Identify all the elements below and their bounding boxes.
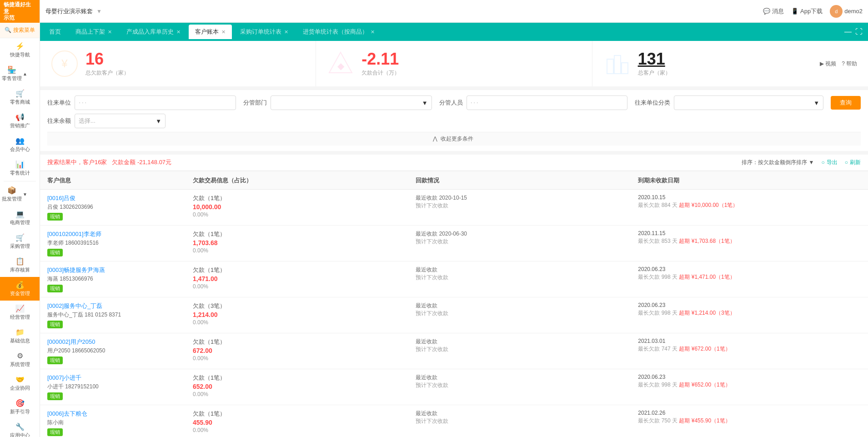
overdue-link[interactable]: 超期 ¥652.00（1笔） [679,382,730,388]
customer-name[interactable]: [0003]畅捷服务尹海蒸 [47,266,193,274]
sidebar-item-guide[interactable]: 🎯 新手引导 [0,395,40,419]
tab-close-production[interactable]: ✕ [176,29,181,35]
sidebar-item-system[interactable]: ⚙ 系统管理 [0,348,40,372]
tab-home[interactable]: 首页 [43,25,67,39]
app-download-btn[interactable]: 📱 App下载 [791,7,823,15]
overdue-link[interactable]: 超期 ¥455.90（1笔） [679,417,730,424]
recovery-info-cell: 最近收款 预计下次收款 [416,302,638,317]
table-row: [0006]去下粮仓 陈小南 现销 欠款（1笔） 455.90 0.00% 最近… [40,405,868,437]
customer-phone: 用户2050 18665062050 [47,347,193,355]
export-btn[interactable]: ○ 导出 [822,159,838,166]
avatar: d [830,5,843,18]
summary-card-debt-total: ◆ -2.11 欠款合计（万） [316,41,592,86]
filter-category-select[interactable]: ▼ [674,95,823,110]
tab-products[interactable]: 商品上下架 ✕ [69,25,118,39]
sidebar-item-member[interactable]: 👥 会员中心 [0,133,40,156]
tab-expand-btn[interactable]: ⛶ [855,28,863,36]
tab-minimize-btn[interactable]: — [844,28,852,36]
nav-icon: 💰 [15,281,25,289]
debt-info-cell: 欠款（1笔） 455.90 0.00% [193,410,416,433]
debt-customer-content: 16 总欠款客户（家） [85,51,129,77]
customer-name[interactable]: [000002]用户2050 [47,338,193,346]
filter-balance-label: 往来余额 [47,117,71,125]
sidebar-item-ecommerce[interactable]: 💻 电商管理 [0,206,40,230]
due-info-cell: 2020.06.23 最长欠款 998 天 超期 ¥1,214.00（3笔） [638,302,861,317]
sidebar-item-apps[interactable]: 🔧 应用中心 [0,419,40,437]
tab-customer-account[interactable]: 客户账本 ✕ [189,25,232,39]
sidebar-item-purchase[interactable]: 🛒 采购管理 [0,230,40,253]
customer-name[interactable]: [0001020001]李老师 [47,230,193,238]
tab-purchase-order[interactable]: 采购订单统计表 ✕ [234,25,295,39]
tab-close-inventory[interactable]: ✕ [371,29,375,35]
message-btn[interactable]: 💬 消息 [763,7,784,15]
sort-select[interactable]: 排序：按欠款金额倒序排序 ▼ [742,159,814,166]
refresh-btn[interactable]: ○ 刷新 [845,159,861,166]
overdue-link[interactable]: 超期 ¥672.00（1笔） [679,346,730,352]
due-info-cell: 2021.03.01 最长欠款 747 天 超期 ¥672.00（1笔） [638,338,861,353]
customer-name[interactable]: [0006]去下粮仓 [47,410,193,418]
customer-name[interactable]: [0002]服务中心_丁磊 [47,302,193,310]
filter-dept-select[interactable]: ▼ [271,95,432,110]
debt-total-label: 欠款合计（万） [361,69,400,77]
tab-close-purchase[interactable]: ✕ [284,29,288,35]
overdue-link[interactable]: 超期 ¥1,471.00（1笔） [679,274,735,280]
tab-bar-actions: — ⛶ [844,28,866,36]
sidebar-item-retail-mgmt[interactable]: 🏪 零售管理 ▲ [0,62,40,85]
debt-info-cell: 欠款（3笔） 1,214.00 0.00% [193,302,416,326]
video-icon: ▶ [820,60,824,67]
nav-icon: 📁 [15,328,25,337]
top-bar-left: 母婴行业演示账套 ▼ [45,7,102,15]
recovery-info-cell: 最近收款2020-06-30 预计下次收款 [416,230,638,246]
nav-icon: 💻 [15,210,25,218]
customer-name[interactable]: [0016]吕俊 [47,194,193,202]
video-btn[interactable]: ▶ 视频 [820,60,836,68]
overdue-link[interactable]: 超期 ¥10,000.00（1笔） [679,202,738,208]
overdue-link[interactable]: 超期 ¥1,214.00（3笔） [679,310,735,316]
filter-vendor-input[interactable]: ··· [75,95,236,110]
sidebar-item-inventory[interactable]: 📋 库存核算 [0,253,40,277]
sidebar-item-enterprise[interactable]: 🤝 企业协同 [0,372,40,395]
sidebar-search[interactable]: 🔍 搜索菜单 [0,23,40,38]
tab-inventory-stats[interactable]: 进货单统计表（按商品） ✕ [296,25,381,39]
sidebar-item-basic-info[interactable]: 📁 基础信息 [0,324,40,348]
sidebar-item-quick-nav[interactable]: ⚡ 快捷导航 [0,38,40,62]
filter-balance-select[interactable]: 选择... ▼ [75,114,166,128]
sidebar-item-retail-stats[interactable]: 📊 零售统计 [0,156,40,180]
select-arrow: ▼ [156,118,161,125]
summary-card-total-customers: 131 总客户（家） ▶ 视频 ? 帮助 [592,41,868,86]
download-icon: 📱 [791,8,798,15]
export-icon: ○ [822,159,825,166]
table-row: [0007]小进千 小进千 18279152100 现销 欠款（1笔） 652.… [40,369,868,405]
user-avatar-btn[interactable]: d demo2 [830,5,863,18]
sidebar-item-operations[interactable]: 📈 经营管理 [0,301,40,324]
filter-person-input[interactable]: ··· [467,95,628,110]
due-info-cell: 2020.11.15 最长欠款 853 天 超期 ¥1,703.68（1笔） [638,230,861,245]
results-bar: 搜索结果中，客户16家 欠款金额 -21,148.07元 排序：按欠款金额倒序排… [40,155,868,170]
col-recovery: 回款情况 [416,176,638,185]
col-customer-info: 客户信息 [47,176,193,185]
collapse-bar[interactable]: ⋀ 收起更多条件 [47,132,861,146]
sidebar-item-marketing[interactable]: 📢 营销推广 [0,109,40,133]
sidebar-item-retail-mall[interactable]: 🛒 零售商城 [0,85,40,109]
tab-close-customer[interactable]: ✕ [221,29,226,35]
nav-icon: ⚡ [15,42,25,50]
debt-info-cell: 欠款（1笔） 1,703.68 0.00% [193,230,416,254]
debt-total-value: -2.11 [361,51,400,67]
select-value: 选择... [79,117,95,125]
overdue-info: 最长欠款 884 天 超期 ¥10,000.00（1笔） [638,201,861,209]
total-customer-value: 131 [638,51,671,67]
filter-vendor-label: 往来单位 [47,99,71,107]
sidebar-item-wholesale[interactable]: 📦 批发管理 ▼ [0,182,40,206]
customer-phone: 小进千 18279152100 [47,383,193,391]
overdue-link[interactable]: 超期 ¥1,703.68（1笔） [679,238,735,244]
sidebar-item-finance[interactable]: 💰 资金管理 [0,277,40,301]
search-button[interactable]: 查询 [831,96,861,110]
top-bar: 母婴行业演示账套 ▼ 💬 消息 📱 App下载 d demo2 [40,0,868,23]
refresh-icon: ○ [845,159,848,166]
filter-category-label: 往来单位分类 [635,99,670,107]
customer-name[interactable]: [0007]小进千 [47,374,193,382]
tab-close-products[interactable]: ✕ [108,29,112,35]
help-btn[interactable]: ? 帮助 [842,60,857,68]
customer-info-cell: [0016]吕俊 吕俊 13026203696 现销 [47,194,193,221]
tab-production[interactable]: 产成品入库单历史 ✕ [120,25,187,39]
